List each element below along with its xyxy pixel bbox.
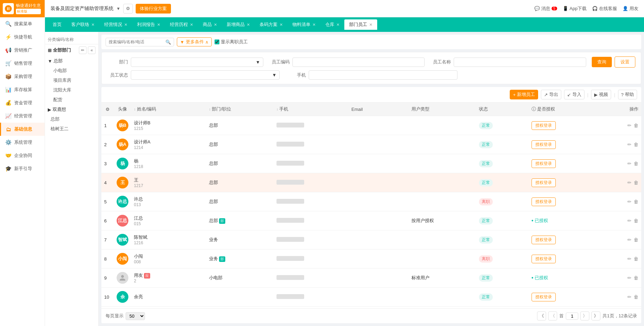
dept-item-peihuo[interactable]: 配货 — [48, 95, 98, 105]
import-btn[interactable]: ↙ 导入 — [564, 90, 584, 99]
tab-barcode-close[interactable]: ✕ — [280, 23, 283, 27]
tab-profit-close[interactable]: ✕ — [157, 23, 160, 27]
tab-employees-close[interactable]: ✕ — [369, 23, 372, 27]
auth-login-btn[interactable]: 授权登录 — [532, 293, 556, 301]
auth-login-btn[interactable]: 授权登录 — [532, 140, 556, 149]
first-page-btn[interactable]: 《 — [537, 311, 546, 320]
emp-name-input[interactable] — [454, 58, 586, 67]
edit-row-btn[interactable]: ✏ — [627, 123, 632, 128]
tab-barcode[interactable]: 条码方案 ✕ — [255, 19, 288, 30]
delete-row-btn[interactable]: 🗑 — [634, 256, 638, 262]
dept-item-pumiu[interactable]: 植树王二 — [45, 124, 98, 134]
col-name[interactable]: ↕ 姓名/编码 — [131, 103, 206, 116]
per-page-select[interactable]: 50 100 200 — [126, 312, 145, 320]
emp-status-select[interactable]: ▼ — [131, 70, 280, 80]
tab-customer-close[interactable]: ✕ — [91, 23, 94, 27]
edit-row-btn[interactable]: ✏ — [627, 237, 632, 243]
tab-bom[interactable]: 物料清单 ✕ — [288, 19, 320, 30]
edit-row-btn[interactable]: ✏ — [627, 142, 632, 147]
tab-home[interactable]: 首页 — [48, 19, 66, 30]
show-resigned-toggle[interactable]: 显示离职员工 — [215, 39, 248, 45]
topbar-dropdown[interactable]: ▼ — [116, 6, 120, 11]
sidebar-item-collab[interactable]: 🤝 企业协同 — [0, 149, 45, 162]
edit-row-btn[interactable]: ✏ — [627, 256, 632, 262]
dept-search-input[interactable] — [48, 37, 99, 42]
trial-btn[interactable]: 体验行业方案 — [136, 4, 171, 14]
view-btn[interactable]: ▶ 视频 — [591, 90, 611, 99]
sidebar-item-sales[interactable]: 🛒 销售管理 — [0, 57, 45, 70]
tab-add-goods[interactable]: 新增商品 ✕ — [222, 19, 255, 30]
all-dept-label[interactable]: ⊞ 全部部门 — [48, 47, 71, 53]
delete-row-btn[interactable]: 🗑 — [634, 161, 638, 166]
tab-history[interactable]: 经营历程 ✕ — [165, 19, 198, 30]
sidebar-item-system[interactable]: ⚙️ 系统管理 — [0, 136, 45, 149]
col-settings[interactable]: ⚙ — [101, 103, 114, 116]
sidebar-item-operation[interactable]: 📈 经营管理 — [0, 109, 45, 123]
export-btn[interactable]: ↗ 导出 — [541, 90, 561, 99]
delete-row-btn[interactable]: 🗑 — [634, 218, 638, 223]
help-btn[interactable]: ? 帮助 — [618, 90, 637, 99]
edit-row-btn[interactable]: ✏ — [627, 199, 632, 204]
emp-search-input[interactable] — [109, 39, 164, 44]
sidebar-item-guide[interactable]: 🎓 新手引导 — [0, 162, 45, 175]
auth-login-btn[interactable]: 授权登录 — [532, 121, 556, 130]
delete-row-btn[interactable]: 🗑 — [634, 275, 638, 281]
show-resigned-checkbox[interactable] — [215, 39, 219, 44]
dept-item-zongbu2[interactable]: 总部 — [45, 114, 98, 124]
sidebar-item-marketing[interactable]: 📢 营销推广 — [0, 44, 45, 57]
auth-login-btn[interactable]: 授权登录 — [532, 159, 556, 168]
tab-profit[interactable]: 利润报告 ✕ — [132, 19, 165, 30]
app-download-btn[interactable]: 📱 App下载 — [563, 6, 587, 12]
emp-code-input[interactable] — [292, 58, 425, 67]
tab-goods-close[interactable]: ✕ — [214, 23, 217, 27]
auth-login-btn[interactable]: 授权登录 — [532, 178, 556, 187]
prev-page-btn[interactable]: 〈 — [548, 311, 557, 320]
tab-warehouse-close[interactable]: ✕ — [336, 23, 339, 27]
sidebar-item-quick-nav[interactable]: ⚡ 快捷导航 — [0, 30, 45, 44]
tab-history-close[interactable]: ✕ — [190, 23, 193, 27]
auth-login-btn[interactable]: 授权登录 — [532, 236, 556, 244]
delete-row-btn[interactable]: 🗑 — [634, 294, 638, 300]
dept-filter-select[interactable]: ▼ — [131, 58, 263, 67]
add-employee-btn[interactable]: + 新增员工 — [510, 90, 538, 99]
dept-group-zongbu[interactable]: ▼ 总部 — [45, 56, 98, 66]
emp-search-icon[interactable]: 🔍 — [165, 39, 171, 45]
dept-edit-icon[interactable]: ✏ — [79, 46, 87, 54]
edit-row-btn[interactable]: ✏ — [627, 275, 632, 281]
dept-item-xiaodianbu[interactable]: 小电部 — [48, 66, 98, 76]
sidebar-item-inventory[interactable]: 📊 库存核算 — [0, 83, 45, 96]
dept-item-xiangmu[interactable]: 项目库房 — [48, 76, 98, 85]
tab-warehouse[interactable]: 仓库 ✕ — [320, 19, 344, 30]
tab-customer[interactable]: 客户联络 ✕ — [66, 19, 99, 30]
query-btn[interactable]: 查询 — [592, 57, 612, 67]
dept-group-shuanglu[interactable]: ▶ 双鹿想 — [45, 105, 98, 114]
sidebar-item-finance[interactable]: 💰 资金管理 — [0, 96, 45, 109]
tab-add-goods-close[interactable]: ✕ — [247, 23, 250, 27]
dept-item-shenyang[interactable]: 沈阳大库 — [48, 85, 98, 95]
auth-login-btn[interactable]: 授权登录 — [532, 255, 556, 263]
auth-login-btn[interactable]: 授权登录 — [532, 197, 556, 206]
last-page-btn[interactable]: 》 — [591, 311, 600, 320]
edit-row-btn[interactable]: ✏ — [627, 180, 632, 185]
tab-bom-close[interactable]: ✕ — [312, 23, 316, 27]
next-page-btn[interactable]: 〉 — [580, 311, 589, 320]
tab-goods[interactable]: 商品 ✕ — [198, 19, 222, 30]
page-input[interactable] — [566, 312, 578, 320]
settings-gear-btn[interactable]: ⚙ — [123, 4, 133, 14]
tab-operation-status-close[interactable]: ✕ — [124, 23, 127, 27]
tab-operation-status[interactable]: 经营情况 ✕ — [99, 19, 132, 30]
edit-row-btn[interactable]: ✏ — [627, 294, 632, 300]
delete-row-btn[interactable]: 🗑 — [634, 237, 638, 243]
sidebar-item-basic[interactable]: 🗂 基础信息 — [0, 123, 45, 136]
delete-row-btn[interactable]: 🗑 — [634, 123, 638, 128]
messages-btn[interactable]: 💬 消息 5 — [534, 6, 557, 12]
col-dept[interactable]: ↕ 部门/职位 — [206, 103, 274, 116]
delete-row-btn[interactable]: 🗑 — [634, 199, 638, 204]
edit-row-btn[interactable]: ✏ — [627, 161, 632, 166]
delete-row-btn[interactable]: 🗑 — [634, 180, 638, 185]
edit-row-btn[interactable]: ✏ — [627, 218, 632, 223]
settings-btn[interactable]: 设置 — [615, 56, 635, 68]
online-service-btn[interactable]: 🎧 在线客服 — [592, 6, 617, 12]
more-conditions-btn[interactable]: ▼ 更多条件 ∧ — [177, 37, 212, 46]
user-btn[interactable]: 👤 用友 — [623, 6, 638, 12]
